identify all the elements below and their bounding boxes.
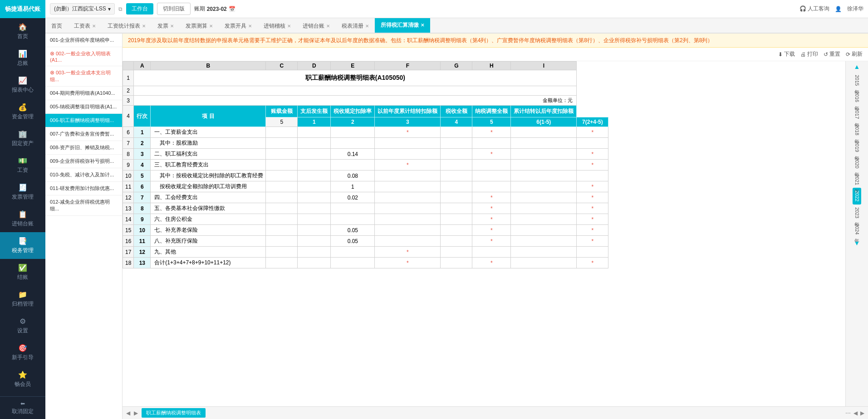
cell-11-3[interactable] — [375, 181, 441, 192]
cell-11-2[interactable]: 1 — [331, 181, 375, 192]
cell-16-7[interactable]: * — [577, 236, 608, 247]
cell-16-1[interactable] — [298, 236, 331, 247]
year-item-2020年[interactable]: 2020年 — [853, 155, 861, 171]
tab-close-9[interactable]: ✕ — [421, 23, 424, 28]
tab-5[interactable]: 发票开具✕ — [219, 19, 258, 33]
cell-12-2[interactable]: 0.02 — [331, 192, 375, 203]
cell-6-6[interactable] — [511, 127, 577, 138]
calendar-icon[interactable]: 📅 — [229, 6, 235, 12]
tab-3[interactable]: 发票✕ — [152, 19, 180, 33]
cell-6-7[interactable]: * — [577, 127, 608, 138]
cell-11-6[interactable] — [511, 181, 577, 192]
tab-close-1[interactable]: ✕ — [92, 24, 96, 29]
year-item-2016年[interactable]: 2016年 — [853, 88, 861, 105]
cell-17-4[interactable] — [441, 247, 472, 258]
cell-15-4[interactable] — [441, 225, 472, 236]
left-panel-item-6[interactable]: 007-广告费和业务宣传费暂... — [45, 127, 122, 141]
cell-8-2[interactable]: 0.14 — [331, 149, 375, 160]
cell-18-0[interactable] — [266, 258, 298, 268]
cell-9-6[interactable] — [511, 160, 577, 171]
scroll-left-icon[interactable]: ◀ — [853, 410, 858, 416]
year-item-2018年[interactable]: 2018年 — [853, 122, 861, 138]
cell-16-5[interactable]: * — [472, 236, 511, 247]
refresh-button[interactable]: ⟳ 刷新 — [846, 50, 863, 58]
cell-7-3[interactable] — [375, 138, 441, 149]
cell-11-7[interactable]: * — [577, 181, 608, 192]
tab-close-3[interactable]: ✕ — [170, 24, 174, 29]
tab-6[interactable]: 进销稽核✕ — [258, 19, 297, 33]
cell-15-2[interactable]: 0.05 — [331, 225, 375, 236]
cell-8-6[interactable] — [511, 149, 577, 160]
cell-18-3[interactable]: * — [375, 258, 441, 268]
sidebar-item-归档管理[interactable]: 📁 归档管理 — [0, 286, 45, 312]
company-selector[interactable]: (勿删）江西皖宝-LSS ▾ — [50, 3, 115, 15]
cell-17-7[interactable] — [577, 247, 608, 258]
cancel-fixed-button[interactable]: ⬅ 取消固定 — [0, 396, 45, 419]
cell-6-5[interactable]: * — [472, 127, 511, 138]
cell-7-0[interactable] — [266, 138, 298, 149]
cell-13-5[interactable]: * — [472, 203, 511, 214]
cell-7-4[interactable] — [441, 138, 472, 149]
cell-14-6[interactable] — [511, 214, 577, 225]
left-panel-item-2[interactable]: ⊗003-一般企业成本支出明细... — [45, 66, 122, 87]
cell-7-5[interactable] — [472, 138, 511, 149]
sidebar-item-报表中心[interactable]: 📈 报表中心 — [0, 72, 45, 98]
cell-6-0[interactable] — [266, 127, 298, 138]
cell-16-2[interactable]: 0.05 — [331, 236, 375, 247]
cell-18-4[interactable] — [441, 258, 472, 268]
year-item-2021年[interactable]: 2021年 — [853, 171, 861, 188]
cell-13-1[interactable] — [298, 203, 331, 214]
year-item-2015年[interactable]: 2015年 — [853, 72, 861, 88]
spreadsheet-main[interactable]: ABCDEFGHI1职工薪酬纳税调整明细表(A105050)23金额单位：元4行… — [123, 61, 845, 406]
copy-icon[interactable]: ⧉ — [118, 6, 123, 12]
cell-15-5[interactable]: * — [472, 225, 511, 236]
cell-10-6[interactable] — [511, 171, 577, 181]
tab-8[interactable]: 税表清册✕ — [336, 19, 375, 33]
cell-12-6[interactable] — [511, 192, 577, 203]
cell-13-6[interactable] — [511, 203, 577, 214]
cell-18-7[interactable]: * — [577, 258, 608, 268]
tab-close-8[interactable]: ✕ — [365, 24, 369, 29]
cell-12-4[interactable] — [441, 192, 472, 203]
cell-9-2[interactable] — [331, 160, 375, 171]
cell-16-6[interactable] — [511, 236, 577, 247]
cell-9-1[interactable] — [298, 160, 331, 171]
cell-14-4[interactable] — [441, 214, 472, 225]
cell-18-5[interactable]: * — [472, 258, 511, 268]
cell-14-7[interactable]: * — [577, 214, 608, 225]
cell-9-0[interactable] — [266, 160, 298, 171]
cell-10-1[interactable] — [298, 171, 331, 181]
sidebar-item-进销台账[interactable]: 📋 进销台账 — [0, 205, 45, 232]
cell-13-4[interactable] — [441, 203, 472, 214]
left-panel-item-7[interactable]: 008-资产折旧、摊销及纳税... — [45, 141, 122, 155]
cell-13-2[interactable] — [331, 203, 375, 214]
sidebar-item-资金管理[interactable]: 💰 资金管理 — [0, 98, 45, 125]
cell-16-3[interactable] — [375, 236, 441, 247]
cell-9-7[interactable]: * — [577, 160, 608, 171]
tab-close-5[interactable]: ✕ — [248, 24, 252, 29]
cell-8-7[interactable]: * — [577, 149, 608, 160]
cell-17-1[interactable] — [298, 247, 331, 258]
next-sheet-button[interactable]: ▶ — [134, 410, 138, 416]
sidebar-item-首页[interactable]: 🏠 首页 — [0, 18, 45, 45]
cell-8-3[interactable] — [375, 149, 441, 160]
cell-13-7[interactable]: * — [577, 203, 608, 214]
tab-close-2[interactable]: ✕ — [142, 24, 146, 29]
cell-16-0[interactable] — [266, 236, 298, 247]
cell-15-0[interactable] — [266, 225, 298, 236]
scroll-right-icon[interactable]: ▶ — [860, 410, 864, 416]
cell-9-4[interactable] — [441, 160, 472, 171]
cell-11-0[interactable] — [266, 181, 298, 192]
cell-13-3[interactable] — [375, 203, 441, 214]
cell-17-5[interactable] — [472, 247, 511, 258]
user-avatar[interactable]: 👤 — [835, 6, 842, 12]
switch-period-button[interactable]: 切到旧版 — [157, 3, 191, 15]
cell-12-5[interactable]: * — [472, 192, 511, 203]
cell-14-3[interactable] — [375, 214, 441, 225]
year-up-button[interactable]: ▲ — [846, 61, 868, 72]
prev-sheet-button[interactable]: ◀ — [126, 410, 130, 416]
left-panel-item-11[interactable]: 012-减免企业所得税优惠明细... — [45, 195, 122, 216]
left-panel-item-9[interactable]: 010-免税、减计收入及加计... — [45, 168, 122, 182]
cell-7-6[interactable] — [511, 138, 577, 149]
cell-8-0[interactable] — [266, 149, 298, 160]
